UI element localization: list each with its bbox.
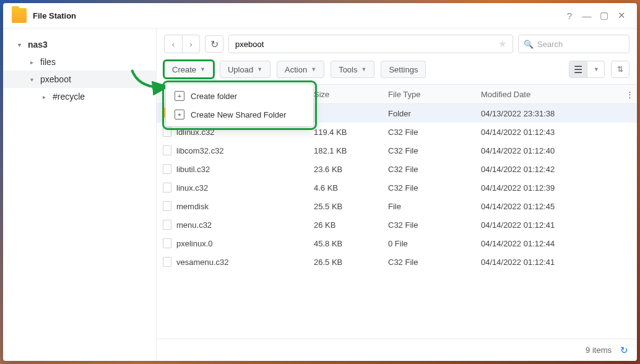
toolbar-actions: Create▼ Upload▼ Action▼ Tools▼ Settings …: [157, 59, 637, 84]
action-button[interactable]: Action▼: [277, 61, 324, 78]
toolbar-nav: ‹ › ↻ pxeboot ★ 🔍 Search: [157, 28, 637, 59]
close-button[interactable]: ✕: [615, 9, 628, 22]
file-icon: [163, 145, 171, 155]
back-button[interactable]: ‹: [165, 35, 182, 53]
main-area: ‹ › ↻ pxeboot ★ 🔍 Search Create▼ Upload▼…: [157, 28, 637, 361]
file-icon: [163, 220, 171, 230]
list-view-button[interactable]: ☰: [569, 61, 587, 77]
table-row[interactable]: vesamenu.c3226.5 KBC32 File04/14/2022 01…: [157, 253, 637, 271]
col-type[interactable]: File Type: [382, 90, 475, 99]
nav-group: ‹ ›: [164, 35, 200, 53]
tree-item-files[interactable]: ▸files: [3, 53, 156, 71]
create-shared-folder-item[interactable]: + Create New Shared Folder: [166, 105, 313, 124]
create-dropdown: + Create folder + Create New Shared Fold…: [165, 84, 314, 127]
caret-down-icon: ▾: [30, 76, 37, 83]
app-icon: [12, 8, 27, 23]
minimize-button[interactable]: —: [580, 9, 594, 22]
chevron-down-icon: ▼: [594, 66, 599, 72]
file-icon: [163, 201, 171, 211]
app-title: File Station: [33, 11, 559, 20]
table-row[interactable]: linux.c324.6 KBC32 File04/14/2022 01:12:…: [157, 178, 637, 197]
tree-root[interactable]: ▾nas3: [3, 36, 156, 53]
item-count: 9 items: [586, 345, 612, 355]
col-date[interactable]: Modified Date: [475, 90, 620, 99]
table-row[interactable]: libcom32.c32182.1 KBC32 File04/14/2022 0…: [157, 141, 637, 160]
caret-right-icon: ▸: [30, 59, 37, 66]
new-folder-icon: +: [175, 91, 184, 101]
table-row[interactable]: pxelinux.045.8 KB0 File04/14/2022 01:12:…: [157, 234, 637, 253]
chevron-down-icon: ▼: [200, 66, 205, 72]
file-icon: [163, 257, 171, 267]
tree-item-recycle[interactable]: ▸#recycle: [3, 88, 156, 105]
refresh-button[interactable]: ↻: [620, 345, 628, 356]
forward-button[interactable]: ›: [182, 35, 199, 53]
upload-button[interactable]: Upload▼: [220, 61, 270, 78]
table-row[interactable]: libutil.c3223.6 KBC32 File04/14/2022 01:…: [157, 160, 637, 178]
statusbar: 9 items ↻: [157, 339, 637, 361]
caret-right-icon: ▸: [43, 93, 49, 100]
search-input[interactable]: 🔍 Search: [518, 35, 629, 53]
create-button[interactable]: Create▼: [164, 61, 214, 78]
table-row[interactable]: memdisk25.5 KBFile04/14/2022 01:12:45: [157, 197, 637, 215]
caret-down-icon: ▾: [18, 41, 24, 48]
view-switch: ☰ ▼: [569, 61, 605, 78]
tree-item-pxeboot[interactable]: ▾pxeboot: [3, 71, 156, 88]
file-station-window: File Station ? — ▢ ✕ ▾nas3 ▸files ▾pxebo…: [3, 3, 637, 361]
table-row[interactable]: menu.c3226 KBC32 File04/14/2022 01:12:41: [157, 215, 637, 234]
help-button[interactable]: ?: [563, 9, 576, 22]
sort-button[interactable]: ⇅: [611, 61, 629, 78]
settings-button[interactable]: Settings: [381, 61, 426, 78]
sidebar: ▾nas3 ▸files ▾pxeboot ▸#recycle: [3, 28, 157, 361]
file-icon: [163, 127, 171, 137]
tools-button[interactable]: Tools▼: [331, 61, 374, 78]
new-shared-folder-icon: +: [175, 110, 184, 119]
star-icon[interactable]: ★: [498, 38, 506, 50]
file-icon: [163, 238, 171, 248]
col-size[interactable]: Size: [308, 90, 382, 99]
file-icon: [163, 164, 171, 174]
col-menu-icon[interactable]: ⋮: [620, 90, 637, 99]
chevron-down-icon: ▼: [257, 66, 262, 72]
view-dropdown-button[interactable]: ▼: [587, 61, 604, 77]
maximize-button[interactable]: ▢: [597, 9, 611, 22]
chevron-down-icon: ▼: [361, 66, 367, 72]
reload-button[interactable]: ↻: [205, 35, 223, 53]
path-input[interactable]: pxeboot ★: [228, 35, 513, 53]
create-folder-item[interactable]: + Create folder: [166, 87, 313, 105]
titlebar: File Station ? — ▢ ✕: [3, 3, 637, 28]
chevron-down-icon: ▼: [311, 66, 316, 72]
file-icon: [163, 183, 171, 193]
search-icon: 🔍: [524, 40, 534, 49]
